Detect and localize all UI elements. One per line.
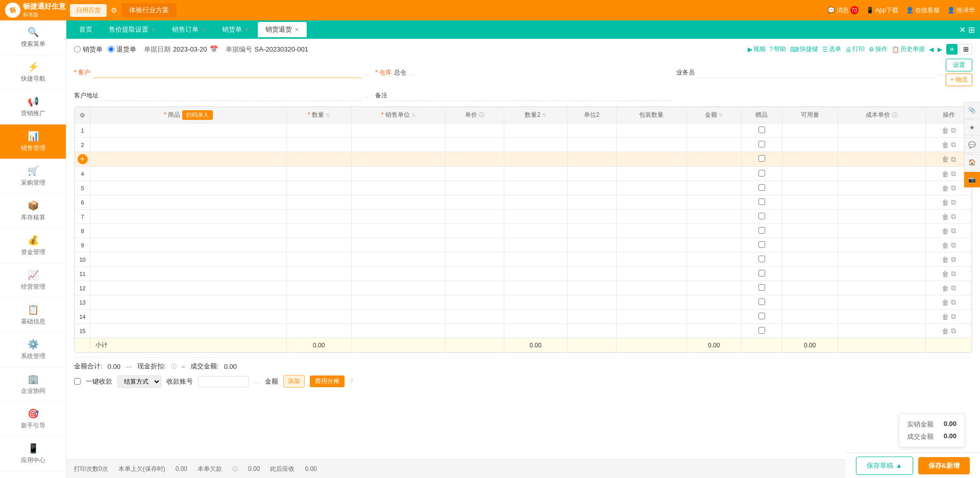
copy-btn[interactable]: ⧉	[951, 241, 956, 249]
sidebar-item-appcenter[interactable]: 📱 应用中心	[0, 437, 66, 471]
radio-return[interactable]: 退货单	[108, 45, 136, 54]
gift-checkbox[interactable]	[758, 155, 765, 162]
sidebar-item-operation[interactable]: 📈 经营管理	[0, 263, 66, 298]
unit-sort-icon[interactable]: ⇅	[411, 112, 415, 118]
tab-sale-return[interactable]: 销货退货 ✕	[258, 22, 307, 37]
shortcut-btn[interactable]: ⌨ 快捷键	[790, 45, 818, 54]
customer-addr-input[interactable]	[101, 90, 362, 101]
sidebar-item-purchase[interactable]: 🛒 采购管理	[0, 159, 66, 194]
sidebar-item-shortcut[interactable]: ⚡ 快捷导航	[0, 55, 66, 90]
gift-checkbox[interactable]	[758, 170, 765, 177]
gift-checkbox[interactable]	[758, 227, 765, 234]
copy-btn[interactable]: ⧉	[951, 284, 956, 292]
gift-checkbox[interactable]	[758, 270, 765, 276]
qty-sort-icon[interactable]: ⇅	[326, 112, 330, 118]
float-btn-3[interactable]: 💬	[964, 137, 980, 153]
tab-close-sale-return[interactable]: ✕	[295, 27, 299, 33]
history-btn[interactable]: 📋 历史单据	[892, 45, 925, 54]
radio-return-input[interactable]	[108, 46, 114, 53]
float-btn-4[interactable]: 🏠	[964, 154, 980, 170]
copy-btn[interactable]: ⧉	[951, 169, 956, 178]
grid-view-btn[interactable]: ⊞	[960, 44, 972, 55]
gift-checkbox[interactable]	[758, 141, 765, 147]
tab-close-all-btn[interactable]: ✕	[959, 25, 966, 35]
sidebar-item-wechat[interactable]: 💬 企业微信	[0, 471, 66, 478]
online-service-btn[interactable]: 👤 在线客服	[906, 6, 940, 15]
sidebar-item-sales[interactable]: 📊 销售管理	[0, 124, 66, 159]
print-btn[interactable]: 🖨 打印	[845, 45, 865, 54]
delete-btn[interactable]: 🗑	[942, 127, 949, 135]
copy-btn[interactable]: ⧉	[951, 155, 956, 164]
gift-checkbox[interactable]	[758, 313, 765, 319]
save-draft-btn[interactable]: 保存草稿 ▲	[856, 457, 913, 475]
delete-btn[interactable]: 🗑	[942, 256, 949, 264]
radio-sale-input[interactable]	[74, 46, 81, 53]
delete-btn[interactable]: 🗑	[942, 298, 949, 307]
list-view-btn[interactable]: ≡	[946, 44, 958, 55]
cost-info-icon[interactable]: ⓘ	[892, 112, 898, 118]
video-btn[interactable]: ▶ 视频	[748, 45, 766, 54]
logistics-btn[interactable]: + 物流	[946, 73, 972, 86]
next-btn[interactable]: ▶	[938, 46, 942, 53]
delete-btn[interactable]: 🗑	[942, 241, 949, 249]
qty2-sort-icon[interactable]: ⇅	[542, 112, 546, 118]
prev-btn[interactable]: ◀	[929, 46, 934, 53]
copy-btn[interactable]: ⧉	[951, 269, 956, 278]
config-gear-icon[interactable]: ⚙	[80, 112, 85, 119]
app-download-btn[interactable]: 📱 App下载	[866, 6, 898, 15]
copy-btn[interactable]: ⧉	[951, 298, 956, 307]
tab-menu-btn[interactable]: ⊞	[968, 25, 975, 35]
fee-split-btn[interactable]: 费用分摊	[310, 375, 345, 387]
delete-btn[interactable]: 🗑	[942, 141, 949, 149]
sidebar-item-finance[interactable]: 💰 资金管理	[0, 229, 66, 263]
copy-btn[interactable]: ⧉	[951, 198, 956, 207]
copy-btn[interactable]: ⧉	[951, 312, 956, 321]
gift-checkbox[interactable]	[758, 327, 765, 334]
product-input[interactable]	[92, 156, 284, 163]
account-input[interactable]	[198, 376, 249, 387]
gift-checkbox[interactable]	[758, 256, 765, 262]
calc-method-select[interactable]: 结算方式	[117, 375, 161, 388]
select-btn[interactable]: ☰ 选单	[822, 45, 841, 54]
row-product-cell[interactable]	[90, 152, 287, 167]
sidebar-item-basic[interactable]: 📋 基础信息	[0, 298, 66, 333]
daily-goods-dropdown[interactable]: 日用百货	[70, 4, 107, 17]
tab-close-sale-price[interactable]: ✕	[151, 27, 156, 33]
delete-btn[interactable]: 🗑	[942, 284, 949, 292]
tab-close-sale-order[interactable]: ✕	[201, 27, 206, 33]
float-btn-1[interactable]: 📎	[964, 102, 980, 118]
salesperson-input[interactable]	[697, 67, 935, 78]
gift-checkbox[interactable]	[758, 213, 765, 219]
remark-input[interactable]	[390, 90, 671, 101]
fee-help-icon[interactable]: ?	[350, 378, 353, 385]
copy-btn[interactable]: ⧉	[951, 184, 956, 192]
sidebar-item-guide[interactable]: 🎯 新手引导	[0, 402, 66, 437]
delete-btn[interactable]: 🗑	[942, 313, 949, 321]
message-btn[interactable]: 💬 消息 70	[827, 6, 859, 15]
tab-sale-bill[interactable]: 销货单 ✕	[214, 22, 257, 37]
save-new-btn[interactable]: 保存&新增	[918, 457, 970, 474]
calendar-icon[interactable]: 📅	[210, 45, 218, 53]
settings-icon[interactable]: ⚙	[111, 6, 117, 14]
add-fee-btn[interactable]: 添加	[283, 375, 305, 388]
delete-btn[interactable]: 🗑	[942, 184, 949, 192]
sidebar-item-marketing[interactable]: 📢 营销推广	[0, 90, 66, 124]
price-info-icon[interactable]: ⓘ	[479, 112, 484, 118]
scan-btn[interactable]: 扫码录入	[182, 110, 213, 120]
settings-btn[interactable]: 设置	[946, 59, 972, 71]
delete-btn[interactable]: 🗑	[942, 327, 949, 335]
sidebar-item-search[interactable]: 🔍 搜索菜单	[0, 20, 66, 55]
user-info[interactable]: 👤 徐泽华	[947, 6, 975, 15]
gift-checkbox[interactable]	[758, 127, 765, 133]
delete-btn[interactable]: 🗑	[942, 270, 949, 278]
experience-btn[interactable]: 体验行业方案	[121, 3, 177, 17]
add-row-btn[interactable]: +	[78, 154, 88, 164]
debt-info-icon[interactable]: ⓘ	[232, 465, 238, 473]
delete-btn[interactable]: 🗑	[942, 227, 949, 235]
sidebar-item-system[interactable]: ⚙️ 系统管理	[0, 333, 66, 367]
delete-btn[interactable]: 🗑	[942, 213, 949, 221]
tab-sale-order[interactable]: 销售订单 ✕	[164, 22, 213, 37]
gift-checkbox[interactable]	[758, 284, 765, 291]
float-btn-5[interactable]: 📷	[964, 171, 980, 188]
tab-sale-price[interactable]: 售价提取设置 ✕	[101, 22, 163, 37]
